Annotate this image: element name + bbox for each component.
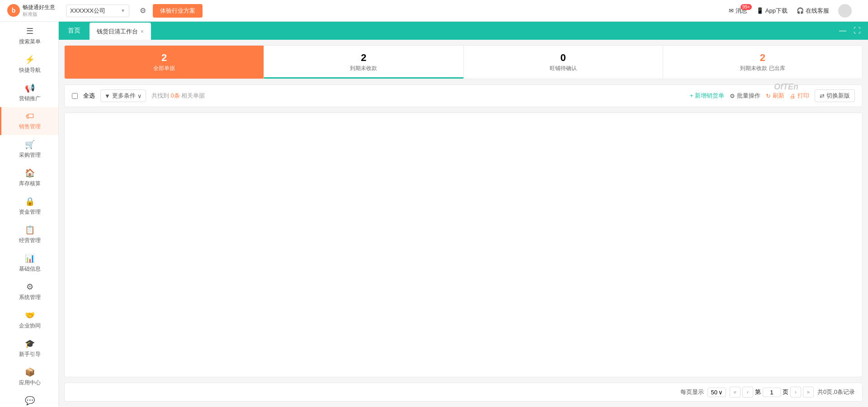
page-last-button[interactable]: »: [803, 387, 814, 398]
service-icon: 🎧: [797, 7, 804, 14]
page-input[interactable]: [763, 388, 781, 397]
sidebar-label: 资金管理: [19, 208, 41, 216]
sidebar-label: 企业协同: [19, 322, 41, 330]
toolbar: 全选 ▼ 更多条件 ∨ 共找到 0条 相关单据 + 新增销货单 ⚙ 批量操作: [64, 84, 863, 107]
company-selector[interactable]: XXXXXX公司 ▼: [66, 5, 129, 17]
sidebar-item-purchase[interactable]: 🛒 采购管理: [0, 135, 58, 164]
page-nav: « ‹ 第 页 › »: [730, 387, 814, 398]
logo-text: 畅捷通好生意 标准版: [23, 4, 55, 18]
tab-active[interactable]: 钱货日清工作台 ×: [90, 23, 151, 41]
trial-button[interactable]: 体验行业方案: [153, 4, 203, 18]
switch-icon: ⇄: [820, 93, 825, 99]
select-all-checkbox[interactable]: [72, 93, 78, 99]
status-count: 2: [273, 52, 454, 64]
message-button[interactable]: ✉ 消息 99+: [729, 7, 747, 15]
main-layout: ☰ 搜索菜单 ⚡ 快捷导航 📢 营销推广 🏷 销售管理 🛒 采购管理 🏠 库存核…: [0, 22, 868, 407]
online-service-button[interactable]: 🎧 在线客服: [797, 7, 829, 15]
operations-icon: 📋: [25, 225, 35, 235]
status-count: 0: [473, 52, 654, 64]
status-card-1[interactable]: 2到期未收款: [264, 46, 463, 79]
quick-nav-icon: ⚡: [25, 55, 35, 65]
batch-operation-button[interactable]: ⚙ 批量操作: [730, 92, 760, 100]
filter-button[interactable]: ▼ 更多条件 ∨: [100, 89, 146, 102]
switch-version-button[interactable]: ⇄ 切换新版: [815, 89, 855, 102]
app-center-icon: 📦: [25, 367, 35, 377]
toolbar-right: + 新增销货单 ⚙ 批量操作 ↻ 刷新 🖨 打印 ⇄: [690, 89, 855, 102]
tab-close-button[interactable]: ×: [141, 28, 144, 35]
status-card-3[interactable]: 2到期未收款 已出库: [663, 46, 862, 79]
top-bar: b 畅捷通好生意 标准版 XXXXXX公司 ▼ ⚙ 体验行业方案 ✉ 消息 99…: [0, 0, 868, 22]
print-button[interactable]: 🖨 打印: [790, 92, 809, 100]
refresh-button[interactable]: ↻ 刷新: [766, 92, 784, 100]
found-text: 共找到 0条 相关单据: [151, 92, 205, 100]
sidebar-label: 搜索菜单: [19, 38, 41, 46]
status-label: 到期未收款: [273, 65, 454, 72]
page-first-button[interactable]: «: [730, 387, 741, 398]
sidebar-label: 应用中心: [19, 379, 41, 387]
chevron-down-icon: ∨: [137, 93, 142, 99]
sidebar-item-system[interactable]: ⚙ 系统管理: [0, 277, 58, 306]
refresh-icon: ↻: [766, 93, 771, 99]
purchase-icon: 🛒: [25, 140, 35, 150]
avatar[interactable]: [838, 4, 852, 18]
status-card-0[interactable]: 2全部单据: [65, 46, 264, 79]
pagination-bar: 每页显示 50 ∨ « ‹ 第 页 › » 共0页,0条记录: [64, 383, 863, 402]
main-content: 首页 钱货日清工作台 × — ⛶ 2全部单据2到期未收款0旺铺待确认2到期未收款…: [59, 22, 868, 407]
sidebar-item-app-center[interactable]: 📦 应用中心: [0, 363, 58, 391]
sidebar-item-search[interactable]: ☰ 搜索菜单: [0, 22, 58, 50]
sidebar-item-guide[interactable]: 🎓 新手引导: [0, 334, 58, 363]
sidebar-label: 销售管理: [19, 123, 41, 131]
print-icon: 🖨: [790, 93, 796, 99]
phone-icon: 📱: [756, 7, 764, 14]
page-next-button[interactable]: ›: [790, 387, 801, 398]
top-right: ✉ 消息 99+ 📱 App下载 🎧 在线客服: [729, 4, 861, 18]
select-all-label: 全选: [83, 92, 95, 100]
sidebar-label: 系统管理: [19, 294, 41, 301]
status-label: 到期未收款 已出库: [672, 65, 853, 72]
sidebar-item-operations[interactable]: 📋 经营管理: [0, 220, 58, 249]
page-prev-button[interactable]: ‹: [742, 387, 753, 398]
tab-actions: — ⛶: [837, 25, 868, 36]
cooperation-icon: 🤝: [25, 310, 35, 320]
sales-icon: 🏷: [26, 112, 34, 121]
filter-icon: ▼: [104, 93, 110, 99]
wechat-icon: 💬: [25, 396, 35, 406]
sidebar-item-wechat[interactable]: 💬 企业微信: [0, 391, 58, 407]
top-center: ⚙ 体验行业方案: [137, 4, 203, 18]
search-icon: ☰: [26, 26, 33, 36]
sidebar-item-finance[interactable]: 🔒 资金管理: [0, 192, 58, 220]
sidebar-item-basic-info[interactable]: 📊 基础信息: [0, 249, 58, 277]
message-icon: ✉: [729, 7, 734, 14]
sidebar: ☰ 搜索菜单 ⚡ 快捷导航 📢 营销推广 🏷 销售管理 🛒 采购管理 🏠 库存核…: [0, 22, 59, 407]
page-unit: 页: [783, 388, 788, 396]
sidebar-label: 采购管理: [19, 151, 41, 159]
guide-icon: 🎓: [25, 339, 35, 349]
settings-button[interactable]: ⚙: [137, 5, 149, 17]
status-card-2[interactable]: 0旺铺待确认: [464, 46, 663, 79]
per-page-label: 每页显示: [680, 388, 704, 396]
page-total: 共0页,0条记录: [817, 388, 855, 396]
sidebar-item-sales[interactable]: 🏷 销售管理: [0, 107, 58, 135]
message-badge: 99+: [741, 4, 752, 10]
batch-icon: ⚙: [730, 93, 735, 99]
per-page-select[interactable]: 50 ∨: [708, 388, 726, 397]
status-count: 2: [672, 52, 853, 64]
chevron-down-icon: ▼: [121, 8, 125, 13]
marketing-icon: 📢: [25, 83, 35, 93]
status-label: 全部单据: [74, 65, 255, 72]
sidebar-item-cooperation[interactable]: 🤝 企业协同: [0, 306, 58, 334]
sidebar-label: 基础信息: [19, 265, 41, 273]
tab-maximize-button[interactable]: ⛶: [852, 25, 863, 36]
sidebar-item-quick-nav[interactable]: ⚡ 快捷导航: [0, 50, 58, 79]
sidebar-item-marketing[interactable]: 📢 营销推广: [0, 79, 58, 107]
tab-home[interactable]: 首页: [59, 22, 90, 40]
sidebar-label: 经营管理: [19, 237, 41, 244]
tab-minimize-button[interactable]: —: [837, 25, 848, 36]
sidebar-item-inventory[interactable]: 🏠 库存核算: [0, 164, 58, 192]
page-label: 第: [755, 388, 761, 396]
inventory-icon: 🏠: [25, 168, 35, 178]
add-order-button[interactable]: + 新增销货单: [690, 92, 724, 100]
logo-icon: b: [7, 4, 20, 17]
content-area: 2全部单据2到期未收款0旺铺待确认2到期未收款 已出库 全选 ▼ 更多条件 ∨ …: [59, 40, 868, 407]
app-download-button[interactable]: 📱 App下载: [756, 7, 788, 15]
